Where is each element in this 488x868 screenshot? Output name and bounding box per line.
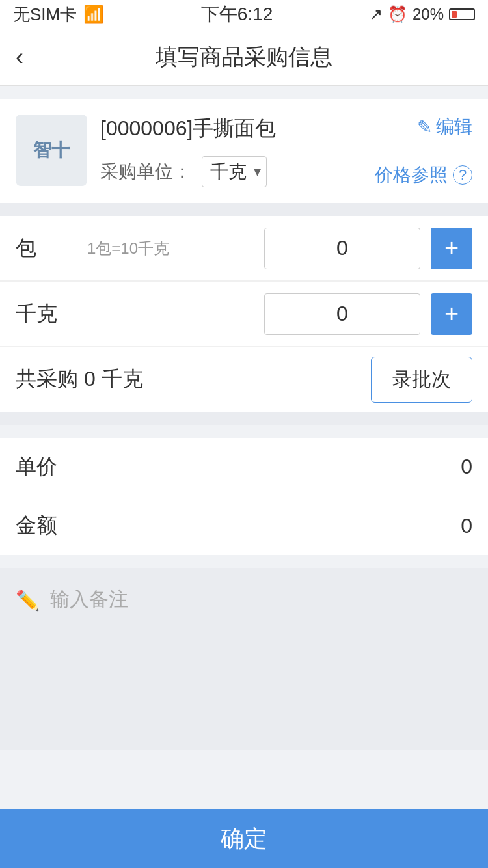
bag-row: 包 1包=10千克 + <box>0 216 488 281</box>
carrier-label: 无SIM卡 <box>13 3 77 26</box>
product-logo: 智十 <box>33 138 70 163</box>
separator-2 <box>0 412 488 425</box>
unit-price-value: 0 <box>461 455 472 479</box>
summary-row: 共采购 0 千克 录批次 <box>0 347 488 412</box>
status-right: ↗ ⏰ 20% <box>370 5 475 23</box>
unit-price-row: 单价 0 <box>0 438 488 496</box>
price-ref-row: 价格参照 ? <box>375 163 472 187</box>
kg-input-wrap: + <box>81 293 472 335</box>
edit-icon: ✎ <box>417 116 432 138</box>
unit-value: 千克 <box>210 159 247 184</box>
edit-button[interactable]: ✎ 编辑 <box>417 115 472 139</box>
status-left: 无SIM卡 📶 <box>13 3 104 26</box>
notes-section[interactable]: ✏️ 输入备注 <box>0 568 488 750</box>
kg-plus-button[interactable]: + <box>431 293 472 335</box>
price-section: 单价 0 金额 0 <box>0 438 488 555</box>
edit-label: 编辑 <box>436 115 472 139</box>
amount-value: 0 <box>461 514 472 538</box>
bag-quantity-input[interactable] <box>264 228 420 269</box>
pencil-icon: ✏️ <box>16 589 40 612</box>
unit-price-label: 单价 <box>16 453 57 481</box>
bottom-spacer <box>0 750 488 809</box>
product-image: 智十 <box>16 115 87 186</box>
kg-label: 千克 <box>16 300 81 329</box>
unit-selector[interactable]: 千克 ▾ <box>202 156 267 187</box>
help-icon: ? <box>453 165 472 185</box>
separator-1 <box>0 203 488 216</box>
amount-row: 金额 0 <box>0 496 488 555</box>
bag-label: 包 <box>16 234 81 263</box>
summary-text: 共采购 0 千克 <box>16 365 143 394</box>
bag-input-wrap: + <box>169 228 472 269</box>
notes-placeholder: 输入备注 <box>50 586 128 613</box>
alarm-icon: ⏰ <box>388 5 407 23</box>
price-ref-link[interactable]: 价格参照 ? <box>375 163 472 187</box>
page-title: 填写商品采购信息 <box>156 42 332 72</box>
bag-plus-button[interactable]: + <box>431 228 472 269</box>
location-icon: ↗ <box>370 5 383 23</box>
chevron-down-icon: ▾ <box>254 163 261 180</box>
time-display: 下午6:12 <box>201 2 273 27</box>
kg-quantity-input[interactable] <box>264 293 420 335</box>
amount-label: 金额 <box>16 511 57 540</box>
product-card: 智十 [0000006]手撕面包 采购单位： 千克 ▾ ✎ 编辑 价格参照 ? <box>0 99 488 203</box>
wifi-icon: 📶 <box>83 5 104 25</box>
status-bar: 无SIM卡 📶 下午6:12 ↗ ⏰ 20% <box>0 0 488 29</box>
nav-bar: ‹ 填写商品采购信息 <box>0 29 488 86</box>
price-ref-label: 价格参照 <box>375 163 448 187</box>
back-button[interactable]: ‹ <box>16 44 23 71</box>
battery-pct: 20% <box>413 5 444 23</box>
bag-sublabel: 1包=10千克 <box>87 238 169 259</box>
confirm-button[interactable]: 确定 <box>0 809 488 868</box>
kg-row: 千克 + <box>0 282 488 347</box>
batch-button[interactable]: 录批次 <box>371 357 472 403</box>
bag-section: 包 1包=10千克 + <box>0 216 488 281</box>
battery-icon <box>449 8 475 20</box>
unit-label: 采购单位： <box>100 159 191 184</box>
kg-section: 千克 + <box>0 281 488 347</box>
